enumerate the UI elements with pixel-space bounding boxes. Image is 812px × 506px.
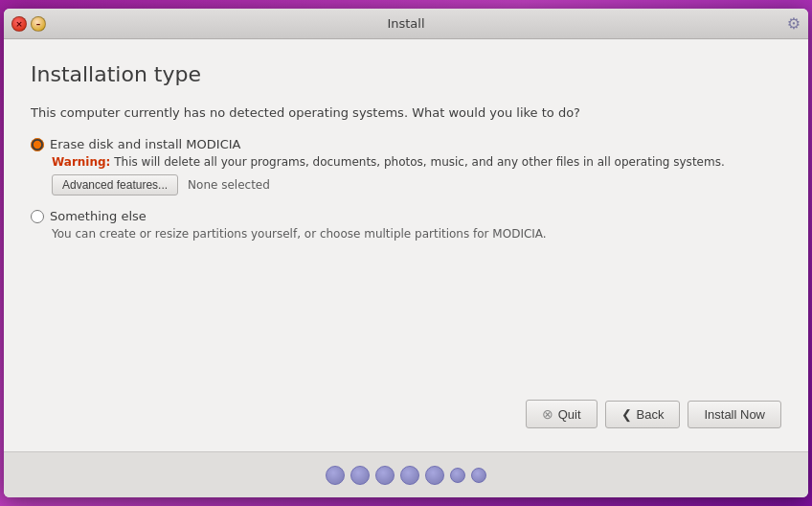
option-something-detail: You can create or resize partitions your… (52, 227, 781, 241)
progress-dot-1 (326, 466, 345, 485)
minimize-button[interactable]: – (31, 16, 46, 32)
page-title: Installation type (31, 62, 781, 86)
footer-progress (4, 451, 808, 497)
warning-text: Warning: This will delete all your progr… (52, 155, 781, 169)
option-something-radio[interactable] (31, 210, 44, 223)
progress-dot-5 (425, 466, 444, 485)
quit-icon: ⊗ (542, 406, 553, 422)
option-erase-disk: Erase disk and install MODICIA Warning: … (31, 137, 781, 196)
warning-prefix: Warning: (52, 155, 110, 169)
quit-button[interactable]: ⊗ Quit (526, 400, 598, 428)
gear-icon[interactable]: ⚙ (787, 14, 801, 33)
window-controls: × – (11, 16, 46, 32)
back-button[interactable]: ❮ Back (605, 401, 681, 428)
none-selected-text: None selected (188, 178, 270, 192)
progress-dot-7 (471, 468, 486, 483)
advanced-row: Advanced features... None selected (52, 174, 781, 196)
progress-dot-6 (450, 468, 465, 483)
installer-window: × – Install ⚙ Installation type This com… (4, 9, 808, 497)
back-chevron-icon: ❮ (621, 407, 632, 422)
something-else-desc: You can create or resize partitions your… (52, 227, 781, 241)
close-button[interactable]: × (11, 16, 27, 32)
description-text: This computer currently has no detected … (31, 105, 781, 120)
progress-dot-3 (375, 466, 395, 485)
option-something-else: Something else You can create or resize … (31, 209, 781, 241)
advanced-features-button[interactable]: Advanced features... (52, 174, 178, 196)
option-erase-radio[interactable] (31, 138, 44, 151)
option-erase-detail: Warning: This will delete all your progr… (52, 155, 781, 196)
option-something-label[interactable]: Something else (31, 209, 781, 223)
progress-dot-4 (400, 466, 419, 485)
options-area: Erase disk and install MODICIA Warning: … (31, 137, 781, 390)
option-erase-label[interactable]: Erase disk and install MODICIA (31, 137, 781, 151)
main-content: Installation type This computer currentl… (4, 39, 808, 451)
progress-dot-2 (350, 466, 370, 485)
button-bar: ⊗ Quit ❮ Back Install Now (31, 390, 781, 436)
install-now-button[interactable]: Install Now (688, 401, 781, 428)
titlebar: × – Install ⚙ (4, 9, 808, 39)
window-title: Install (387, 16, 424, 31)
